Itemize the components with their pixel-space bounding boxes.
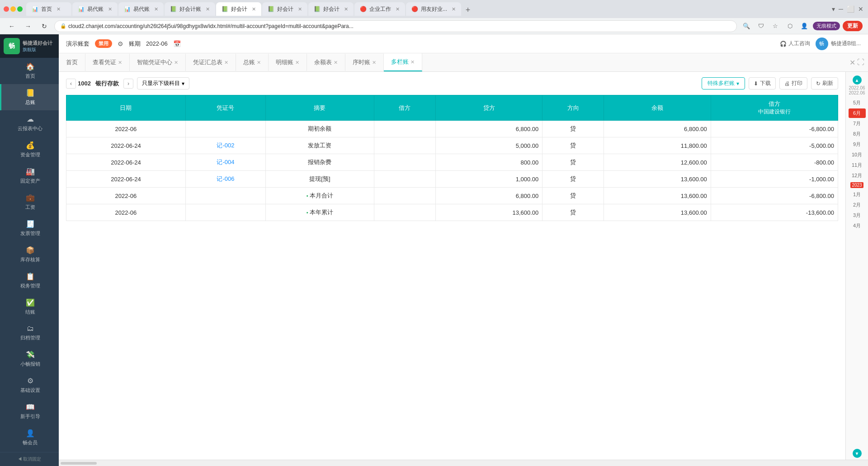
timeline-month-9[interactable]: 9月 xyxy=(849,140,866,149)
settings-btn[interactable]: ⚙ xyxy=(118,40,123,47)
window-restore-icon[interactable]: ⬜ xyxy=(846,5,855,14)
demo-badge[interactable]: 禁用 xyxy=(95,39,112,48)
tab-close-t5[interactable]: ✕ xyxy=(252,6,256,12)
sidebar-item-archive[interactable]: 🗂 归档管理 xyxy=(0,320,59,346)
download-btn[interactable]: ⬇ 下载 xyxy=(749,77,776,89)
timeline-month-10[interactable]: 10月 xyxy=(849,150,866,160)
search-icon[interactable]: 🔍 xyxy=(741,20,752,32)
forward-button[interactable]: → xyxy=(22,20,34,33)
sidebar-item-settle[interactable]: ✅ 结账 xyxy=(0,294,59,320)
tab-voucher-view[interactable]: 查看凭证 ✕ xyxy=(85,54,130,71)
close-tab-voucher-view[interactable]: ✕ xyxy=(118,60,122,66)
browser-tab-t5[interactable]: 📗 好会计 ✕ xyxy=(216,2,261,16)
timeline-month-6[interactable]: 6月 xyxy=(849,108,866,118)
tab-balance-table[interactable]: 余额表 ✕ xyxy=(307,54,345,71)
sidebar-item-assets[interactable]: 🏭 固定资产 xyxy=(0,163,59,189)
sidebar-collapse-btn[interactable]: ◀ 取消固定 xyxy=(0,452,59,466)
sidebar-item-settings[interactable]: ⚙ 基础设置 xyxy=(0,372,59,398)
window-close-btn[interactable] xyxy=(4,6,9,12)
timeline-month-3[interactable]: 3月 xyxy=(849,211,866,220)
sidebar-item-cloud[interactable]: ☁ 云报表中心 xyxy=(0,110,59,137)
window-max-btn[interactable] xyxy=(17,6,23,12)
tab-smart-voucher[interactable]: 智能凭证中心 ✕ xyxy=(130,54,186,71)
update-btn[interactable]: 更新 xyxy=(843,21,863,31)
refresh-btn[interactable]: ↻ 刷新 xyxy=(811,77,838,89)
browser-tab-t8[interactable]: 🔴 企业工作 ✕ xyxy=(354,2,405,16)
window-close-icon[interactable]: ✕ xyxy=(857,5,864,14)
sidebar-item-home[interactable]: 🏠 首页 xyxy=(0,58,59,84)
scroll-thumb[interactable] xyxy=(61,462,97,465)
timeline-up-btn[interactable]: ▲ xyxy=(853,75,862,85)
timeline-month-7[interactable]: 7月 xyxy=(849,119,866,128)
address-field[interactable]: 🔒 cloud2.chanjet.com/accounting/uh26t264… xyxy=(54,20,737,32)
tab-close-t1[interactable]: ✕ xyxy=(57,6,61,12)
timeline-month-8[interactable]: 8月 xyxy=(849,129,866,139)
close-tab-multi-ledger[interactable]: ✕ xyxy=(410,59,415,65)
timeline-month-11[interactable]: 11月 xyxy=(849,160,866,170)
browser-tab-t6[interactable]: 📗 好会计 ✕ xyxy=(262,2,307,16)
help-btn[interactable]: 🎧 人工咨询 xyxy=(780,40,810,47)
tab-seq-ledger[interactable]: 序时账 ✕ xyxy=(345,54,384,71)
sidebar-item-salary[interactable]: 💼 工资 xyxy=(0,189,59,215)
tab-multi-ledger[interactable]: 多栏账 ✕ xyxy=(384,53,422,71)
star-icon[interactable]: ☆ xyxy=(769,20,781,32)
sidebar-item-expense[interactable]: 💸 小畅报销 xyxy=(0,346,59,372)
user-area[interactable]: 畅 畅捷通B组... xyxy=(816,38,861,50)
tab-list-arrow[interactable]: ▾ xyxy=(831,5,836,14)
timeline-month-2[interactable]: 2月 xyxy=(849,200,866,210)
tab-close-t9[interactable]: ✕ xyxy=(452,6,456,12)
timeline-month-4[interactable]: 4月 xyxy=(849,221,866,231)
collapse-tabs-btn[interactable]: ✕ xyxy=(849,58,855,67)
sidebar-item-fund[interactable]: 💰 资金管理 xyxy=(0,137,59,163)
special-multiledger-btn[interactable]: 特殊多栏账 ▾ xyxy=(702,77,745,89)
expand-tabs-btn[interactable]: ⛶ xyxy=(857,58,864,67)
browser-tab-t3[interactable]: 📊 易代账 ✕ xyxy=(118,2,164,16)
sidebar-item-invoice[interactable]: 🧾 发票管理 xyxy=(0,215,59,241)
close-tab-general-ledger[interactable]: ✕ xyxy=(257,60,261,66)
timeline-month-12[interactable]: 12月 xyxy=(849,171,866,180)
cell-voucher[interactable]: 记-006 xyxy=(185,171,265,188)
timeline-month-1[interactable]: 1月 xyxy=(849,190,866,199)
cell-voucher[interactable]: 记-004 xyxy=(185,154,265,171)
tab-close-t7[interactable]: ✕ xyxy=(344,6,348,12)
tab-general-ledger[interactable]: 总账 ✕ xyxy=(236,54,269,71)
browser-tab-t4[interactable]: 📗 好会计账 ✕ xyxy=(165,2,215,16)
tab-close-t4[interactable]: ✕ xyxy=(206,6,210,12)
shield-icon[interactable]: 🛡 xyxy=(755,20,767,32)
tab-home[interactable]: 首页 xyxy=(59,54,85,71)
browser-tab-t1[interactable]: 📊 首页 ✕ xyxy=(26,2,71,16)
bottom-scrollbar[interactable] xyxy=(59,460,868,466)
sidebar-item-ledger[interactable]: 📒 总账 xyxy=(0,84,59,110)
sidebar-item-guide[interactable]: 📖 新手引导 xyxy=(0,398,59,424)
close-tab-voucher-summary[interactable]: ✕ xyxy=(224,60,228,66)
sidebar-item-tax[interactable]: 📋 税务管理 xyxy=(0,268,59,294)
next-account-btn[interactable]: › xyxy=(123,79,133,89)
sidebar-item-inventory[interactable]: 📦 库存核算 xyxy=(0,241,59,268)
back-button[interactable]: ← xyxy=(5,20,18,33)
timeline-month-5[interactable]: 5月 xyxy=(849,98,866,108)
sidebar-item-member[interactable]: 👤 畅会员 xyxy=(0,424,59,451)
window-minimize-icon[interactable]: ─ xyxy=(838,5,844,14)
browser-tab-t9[interactable]: 🔴 用友好业... ✕ xyxy=(406,2,461,16)
close-tab-detail-ledger[interactable]: ✕ xyxy=(295,60,299,66)
new-tab-button[interactable]: + xyxy=(462,4,474,16)
browser-tab-t7[interactable]: 📗 好会计 ✕ xyxy=(308,2,354,16)
print-btn[interactable]: 🖨 打印 xyxy=(779,77,807,89)
tab-close-t3[interactable]: ✕ xyxy=(154,6,158,12)
profile-icon[interactable]: 👤 xyxy=(798,20,810,32)
period-icon[interactable]: 📅 xyxy=(173,40,181,47)
tab-detail-ledger[interactable]: 明细账 ✕ xyxy=(269,54,307,71)
tab-close-t8[interactable]: ✕ xyxy=(396,6,400,12)
reload-button[interactable]: ↻ xyxy=(38,20,51,33)
cell-voucher[interactable]: 记-002 xyxy=(185,137,265,154)
prev-account-btn[interactable]: ‹ xyxy=(66,79,76,89)
timeline-down-btn[interactable]: ▼ xyxy=(853,449,862,458)
tab-close-t2[interactable]: ✕ xyxy=(108,6,112,12)
close-tab-balance-table[interactable]: ✕ xyxy=(334,60,338,66)
wuhen-mode-btn[interactable]: 无痕模式 xyxy=(813,22,840,30)
tab-voucher-summary[interactable]: 凭证汇总表 ✕ xyxy=(186,54,236,71)
filter-dropdown[interactable]: 只显示下级科目 ▾ xyxy=(137,77,189,89)
close-tab-seq-ledger[interactable]: ✕ xyxy=(372,60,376,66)
window-min-btn[interactable] xyxy=(10,6,16,12)
extensions-icon[interactable]: ⬡ xyxy=(784,20,796,32)
